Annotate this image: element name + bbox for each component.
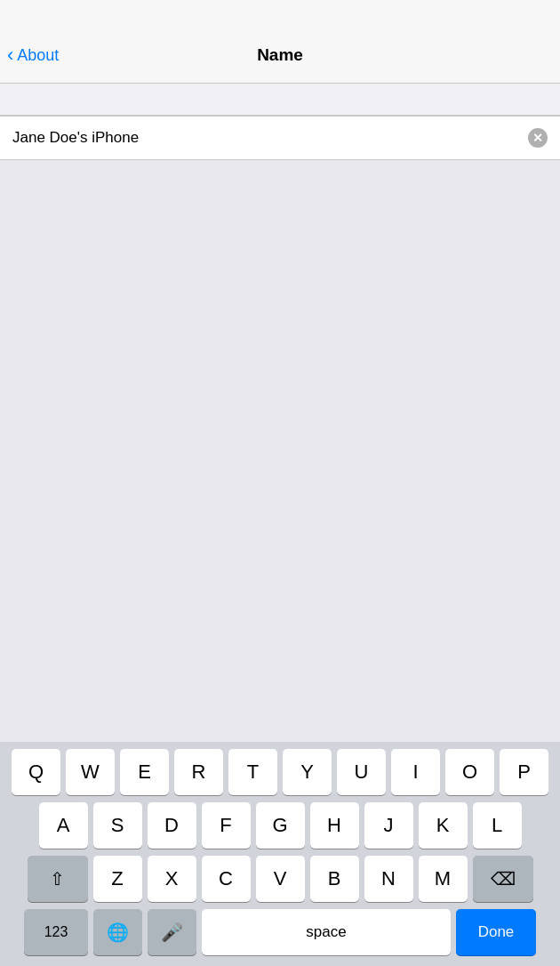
shift-icon: ⇧: [50, 868, 65, 890]
done-label: Done: [478, 923, 515, 941]
globe-icon: 🌐: [107, 922, 129, 943]
numbers-key[interactable]: 123: [24, 909, 88, 955]
section-spacer: [0, 84, 560, 116]
page-title: Name: [257, 45, 303, 65]
key-h[interactable]: H: [310, 802, 359, 849]
shift-key[interactable]: ⇧: [28, 856, 88, 902]
key-z[interactable]: Z: [93, 856, 142, 902]
back-button[interactable]: ‹ About: [0, 27, 59, 84]
keyboard-row-4: 123 🌐 🎤 space Done: [4, 909, 556, 955]
key-l[interactable]: L: [473, 802, 522, 849]
name-input-row: ✕: [0, 116, 560, 160]
microphone-key[interactable]: 🎤: [148, 909, 196, 955]
key-i[interactable]: I: [391, 749, 440, 795]
backspace-icon: ⌫: [491, 868, 516, 890]
key-k[interactable]: K: [419, 802, 468, 849]
numbers-label: 123: [44, 924, 68, 940]
key-s[interactable]: S: [93, 802, 142, 849]
done-key[interactable]: Done: [456, 909, 536, 955]
back-label: About: [17, 46, 59, 65]
keyboard-row-1: Q W E R T Y U I O P: [4, 749, 556, 795]
key-b[interactable]: B: [310, 856, 359, 902]
key-f[interactable]: F: [202, 802, 251, 849]
backspace-key[interactable]: ⌫: [473, 856, 533, 902]
keyboard: Q W E R T Y U I O P A S D F G H J K L ⇧ …: [0, 742, 560, 966]
keyboard-row-2: A S D F G H J K L: [4, 802, 556, 849]
keyboard-row-3: ⇧ Z X C V B N M ⌫: [4, 856, 556, 902]
key-r[interactable]: R: [174, 749, 223, 795]
key-u[interactable]: U: [337, 749, 386, 795]
key-d[interactable]: D: [148, 802, 196, 849]
key-q[interactable]: Q: [12, 749, 60, 795]
content-area: [0, 160, 560, 494]
key-a[interactable]: A: [39, 802, 88, 849]
clear-input-button[interactable]: ✕: [528, 128, 548, 148]
key-e[interactable]: E: [120, 749, 169, 795]
key-o[interactable]: O: [445, 749, 494, 795]
key-g[interactable]: G: [256, 802, 305, 849]
key-t[interactable]: T: [228, 749, 277, 795]
globe-key[interactable]: 🌐: [93, 909, 142, 955]
key-j[interactable]: J: [364, 802, 413, 849]
key-x[interactable]: X: [148, 856, 196, 902]
space-key[interactable]: space: [202, 909, 451, 955]
key-m[interactable]: M: [419, 856, 468, 902]
key-n[interactable]: N: [364, 856, 413, 902]
navigation-bar: ‹ About Name: [0, 0, 560, 84]
device-name-input[interactable]: [12, 129, 528, 147]
key-c[interactable]: C: [202, 856, 251, 902]
key-v[interactable]: V: [256, 856, 305, 902]
clear-icon: ✕: [532, 132, 543, 144]
key-w[interactable]: W: [66, 749, 115, 795]
chevron-left-icon: ‹: [7, 44, 13, 67]
key-p[interactable]: P: [500, 749, 548, 795]
key-y[interactable]: Y: [283, 749, 332, 795]
microphone-icon: 🎤: [161, 922, 183, 943]
space-label: space: [306, 923, 346, 941]
